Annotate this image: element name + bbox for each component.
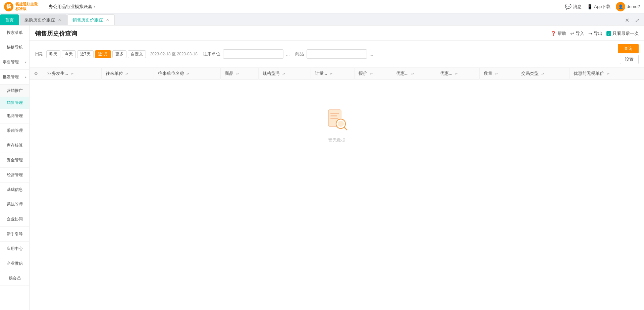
logo-area: 畅 畅捷通好生意 标准版 — [4, 2, 38, 11]
user-area[interactable]: 👤 demo2 — [616, 2, 640, 11]
date-btn-custom[interactable]: 自定义 — [128, 50, 146, 58]
table-area: ⚙ 业务发生... ▴▾ 往来单位 ▴▾ 往来单位名称 ▴▾ — [30, 68, 644, 310]
th-discount2[interactable]: 优惠... ▴▾ — [436, 68, 479, 80]
svg-rect-1 — [330, 113, 339, 114]
sidebar-item-basic-info[interactable]: 基础信息 — [0, 183, 29, 197]
product-input[interactable] — [307, 49, 367, 59]
th-quantity[interactable]: 数量 ▴▾ — [480, 68, 517, 80]
gear-icon[interactable]: ⚙ — [34, 71, 38, 76]
partner-ellipsis[interactable]: ... — [286, 52, 290, 57]
data-table: ⚙ 业务发生... ▴▾ 往来单位 ▴▾ 往来单位名称 ▴▾ — [30, 68, 644, 80]
date-filter-group: 日期 昨天 今天 近7天 近1月 更多 自定义 2023-02-18 至 202… — [35, 50, 198, 58]
sidebar-item-enterprise-collab[interactable]: 企业协同 — [0, 212, 29, 227]
th-biz-date[interactable]: 业务发生... ▴▾ — [43, 68, 101, 80]
help-link[interactable]: ❓ 帮助 — [550, 31, 566, 37]
sort-icon: ▴▾ — [330, 72, 332, 75]
sidebar-item-quick-nav[interactable]: 快捷导航 — [0, 40, 29, 55]
sidebar-item-system-mgmt[interactable]: 系统管理 — [0, 197, 29, 212]
empty-state-icon — [323, 106, 350, 133]
sort-icon: ▴▾ — [607, 72, 609, 75]
sidebar-item-purchase-mgmt[interactable]: 采购管理 — [0, 123, 29, 138]
date-btn-yesterday[interactable]: 昨天 — [46, 50, 60, 58]
sort-icon: ▴▾ — [125, 72, 128, 75]
import-link[interactable]: ↩ 导入 — [570, 31, 584, 37]
sidebar-item-marketing[interactable]: 营销推广 — [0, 85, 29, 97]
tab-bar-actions: ✕ ⤢ — [620, 16, 644, 25]
avatar: 👤 — [616, 2, 625, 11]
close-window-button[interactable]: ✕ — [623, 16, 631, 24]
export-link[interactable]: ↪ 导出 — [588, 31, 602, 37]
only-last-checkbox[interactable]: ✓ 只看最后一次 — [606, 31, 639, 37]
sidebar-item-finance-mgmt[interactable]: 资金管理 — [0, 153, 29, 168]
sort-icon: ▴▾ — [541, 72, 544, 75]
page-header: 销售历史价查询 ❓ 帮助 ↩ 导入 ↪ 导出 ✓ 只看最后一次 — [30, 25, 644, 41]
date-btn-more[interactable]: 更多 — [112, 50, 126, 58]
th-pretax-price[interactable]: 优惠前无税单价 ▴▾ — [570, 68, 644, 80]
empty-state: 暂无数据 — [30, 80, 644, 170]
sort-icon: ▴▾ — [455, 72, 458, 75]
sort-icon: ▴▾ — [186, 72, 189, 75]
tab-home[interactable]: 首页 — [0, 14, 19, 25]
sort-icon: ▴▾ — [411, 72, 414, 75]
th-quoted-price[interactable]: 报价 ▴▾ — [355, 68, 392, 80]
tab-purchase-history[interactable]: 采购历史价跟踪 ✕ — [19, 14, 67, 25]
maximize-button[interactable]: ⤢ — [633, 16, 641, 24]
date-btn-last7[interactable]: 近7天 — [77, 50, 94, 58]
sidebar-item-operations-mgmt[interactable]: 经营管理 — [0, 168, 29, 183]
th-partner-code[interactable]: 往来单位 ▴▾ — [101, 68, 154, 80]
sidebar-item-retail-mgmt[interactable]: 零售管理 ▾ — [0, 55, 29, 70]
tab-sales-history[interactable]: 销售历史价跟踪 ✕ — [67, 14, 115, 25]
download-icon: 📱 — [587, 4, 593, 9]
filter-area: 日期 昨天 今天 近7天 近1月 更多 自定义 2023-02-18 至 202… — [30, 41, 644, 68]
svg-point-5 — [338, 121, 344, 127]
sidebar-item-app-center[interactable]: 应用中心 — [0, 242, 29, 256]
settings-button[interactable]: 设置 — [620, 55, 639, 64]
chevron-down-icon: ▾ — [94, 4, 96, 9]
product-ellipsis[interactable]: ... — [370, 52, 373, 57]
date-btn-today[interactable]: 今天 — [62, 50, 76, 58]
sidebar-item-enterprise-wechat[interactable]: 企业微信 — [0, 256, 29, 271]
sidebar-item-ecommerce-mgmt[interactable]: 电商管理 — [0, 109, 29, 123]
th-spec[interactable]: 规格型号 ▴▾ — [258, 68, 311, 80]
th-partner-name[interactable]: 往来单位名称 ▴▾ — [154, 68, 221, 80]
sort-icon: ▴▾ — [71, 72, 73, 75]
partner-filter-group: 往来单位 ... — [203, 49, 290, 59]
export-icon: ↪ — [588, 31, 592, 36]
partner-filter-label: 往来单位 — [203, 51, 220, 57]
sidebar-item-member[interactable]: 畅会员 — [0, 271, 29, 286]
app-download-action[interactable]: 📱 App下载 — [587, 4, 610, 10]
checkbox-icon: ✓ — [606, 31, 611, 36]
sidebar-item-inventory[interactable]: 库存核算 — [0, 138, 29, 153]
message-action[interactable]: 💬 消息 — [565, 3, 582, 10]
th-discount1[interactable]: 优惠... ▴▾ — [392, 68, 436, 80]
close-purchase-tab-icon[interactable]: ✕ — [57, 18, 62, 22]
main-layout: 搜索菜单 快捷导航 零售管理 ▾ 批发管理 ▴ 营销推广 销售管理 电商管理 采… — [0, 25, 644, 310]
top-header: 畅 畅捷通好生意 标准版 办公用品行业模拟账套 ▾ 💬 消息 📱 App下载 👤… — [0, 0, 644, 13]
date-btn-last1m[interactable]: 近1月 — [95, 50, 111, 58]
query-button[interactable]: 查询 — [618, 44, 639, 53]
th-trade-type[interactable]: 交易类型 ▴▾ — [517, 68, 570, 80]
sort-icon: ▴▾ — [370, 72, 373, 75]
logo-icon: 畅 — [4, 2, 13, 11]
message-icon: 💬 — [565, 3, 572, 10]
sort-icon: ▴▾ — [236, 72, 239, 75]
sidebar-item-wholesale-mgmt[interactable]: 批发管理 ▴ — [0, 70, 29, 85]
workspace-selector[interactable]: 办公用品行业模拟账套 ▾ — [49, 4, 96, 10]
chevron-down-icon: ▾ — [25, 60, 26, 64]
sidebar-item-sales-mgmt[interactable]: 销售管理 — [0, 97, 29, 109]
th-unit[interactable]: 计量... ▴▾ — [311, 68, 354, 80]
date-range-text: 2023-02-18 至 2023-03-18 — [150, 51, 197, 57]
page-header-actions: ❓ 帮助 ↩ 导入 ↪ 导出 ✓ 只看最后一次 — [550, 31, 639, 37]
date-buttons: 昨天 今天 近7天 近1月 更多 自定义 — [46, 50, 146, 58]
tab-bar: 首页 采购历史价跟踪 ✕ 销售历史价跟踪 ✕ ✕ ⤢ — [0, 13, 644, 25]
content-area: 销售历史价查询 ❓ 帮助 ↩ 导入 ↪ 导出 ✓ 只看最后一次 — [30, 25, 644, 310]
sidebar-item-new-guide[interactable]: 新手引导 — [0, 227, 29, 242]
th-settings: ⚙ — [30, 68, 43, 80]
sidebar-item-search-menu[interactable]: 搜索菜单 — [0, 25, 29, 40]
page-title: 销售历史价查询 — [35, 30, 77, 38]
header-divider — [43, 3, 43, 10]
partner-input[interactable] — [223, 49, 283, 59]
close-sales-tab-icon[interactable]: ✕ — [105, 18, 110, 22]
header-right: 💬 消息 📱 App下载 👤 demo2 — [565, 2, 640, 11]
th-product[interactable]: 商品 ▴▾ — [221, 68, 258, 80]
